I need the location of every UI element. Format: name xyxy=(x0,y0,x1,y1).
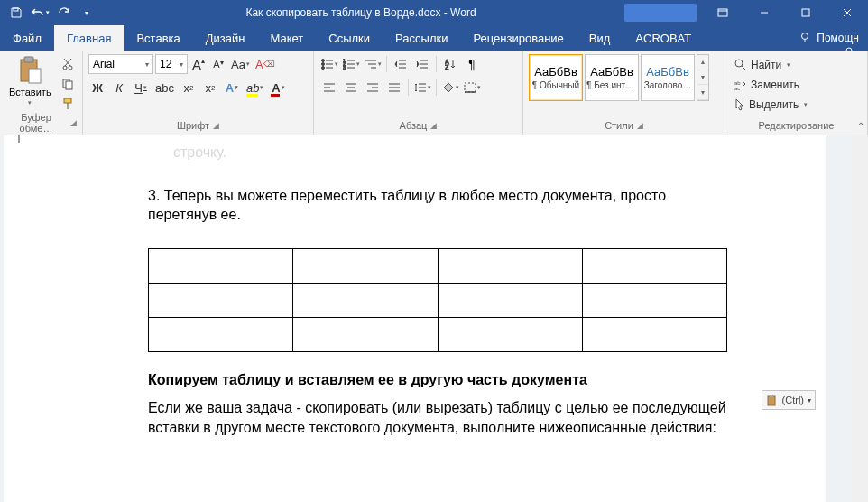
clear-formatting-button[interactable]: A⌫ xyxy=(254,54,277,74)
font-color-button[interactable]: А▾ xyxy=(269,78,287,98)
svg-text:ac: ac xyxy=(734,86,740,90)
ruler-tick xyxy=(18,135,20,143)
shrink-font-button[interactable]: A▾ xyxy=(209,54,227,74)
increase-indent-button[interactable] xyxy=(412,54,432,74)
justify-button[interactable] xyxy=(384,78,404,98)
styles-more[interactable]: ▾ xyxy=(697,85,708,100)
highlight-button[interactable]: ab▾ xyxy=(245,78,265,98)
tab-design[interactable]: Дизайн xyxy=(193,25,258,51)
tab-file[interactable]: Файл xyxy=(0,25,54,51)
svg-point-23 xyxy=(321,63,324,66)
ribbon-display-button[interactable] xyxy=(702,0,743,25)
superscript-button[interactable]: x2 xyxy=(201,78,219,98)
title-bar: ▾ ▾ Как скопировать таблицу в Ворде.docx… xyxy=(0,0,868,25)
search-icon xyxy=(734,59,747,71)
window-title: Как скопировать таблицу в Ворде.docx - W… xyxy=(97,6,624,19)
cut-button[interactable] xyxy=(59,56,77,72)
format-painter-button[interactable] xyxy=(59,96,77,112)
svg-rect-65 xyxy=(768,396,775,405)
group-font-label: Шрифт xyxy=(177,120,209,131)
qat-customize[interactable]: ▾ xyxy=(76,2,97,23)
svg-rect-66 xyxy=(770,395,773,397)
document-table[interactable] xyxy=(148,248,727,352)
chevron-down-icon[interactable]: ▾ xyxy=(145,60,149,69)
line-spacing-button[interactable]: ▾ xyxy=(412,78,432,98)
align-left-button[interactable] xyxy=(319,78,339,98)
document-area: строчку. 3. Теперь вы можете переместить… xyxy=(0,135,868,502)
svg-line-15 xyxy=(65,59,71,66)
svg-point-14 xyxy=(69,66,72,70)
style-normal[interactable]: АаБбВв¶ Обычный xyxy=(529,54,583,101)
style-heading1[interactable]: АаБбВвЗаголово… xyxy=(641,54,695,101)
sort-button[interactable]: AZ xyxy=(440,54,460,74)
svg-rect-19 xyxy=(64,98,71,103)
tab-acrobat[interactable]: ACROBAT xyxy=(623,25,704,51)
svg-point-13 xyxy=(63,66,67,70)
svg-line-62 xyxy=(742,66,745,70)
select-button[interactable]: Выделить▾ xyxy=(731,96,862,114)
tab-references[interactable]: Ссылки xyxy=(316,25,383,51)
multilevel-list-button[interactable]: ▾ xyxy=(363,54,383,74)
svg-point-61 xyxy=(735,60,743,67)
chevron-down-icon[interactable]: ▾ xyxy=(180,60,183,69)
copy-button[interactable] xyxy=(59,76,77,92)
strikethrough-button[interactable]: abc xyxy=(153,78,176,98)
collapse-ribbon-button[interactable]: ⌃ xyxy=(857,121,864,131)
borders-button[interactable]: ▾ xyxy=(462,78,482,98)
paragraph-launcher[interactable]: ◢ xyxy=(430,121,437,130)
font-name-combo[interactable]: Arial▾ xyxy=(88,54,153,74)
group-paragraph-label: Абзац xyxy=(400,120,428,131)
change-case-button[interactable]: Aa▾ xyxy=(229,54,252,74)
style-no-spacing[interactable]: АаБбВв¶ Без инте… xyxy=(585,54,639,101)
bullets-button[interactable]: ▾ xyxy=(319,54,339,74)
account-area[interactable] xyxy=(624,4,697,22)
replace-icon: abac xyxy=(734,79,747,90)
tab-mailings[interactable]: Рассылки xyxy=(383,25,460,51)
numbering-button[interactable]: 123▾ xyxy=(341,54,361,74)
styles-down[interactable]: ▾ xyxy=(697,70,708,86)
redo-button[interactable] xyxy=(52,2,74,23)
tab-layout[interactable]: Макет xyxy=(257,25,316,51)
bold-button[interactable]: Ж xyxy=(88,78,106,98)
italic-button[interactable]: К xyxy=(110,78,128,98)
group-styles-label: Стили xyxy=(605,120,633,131)
group-paragraph: ▾ 123▾ ▾ AZ ¶ ▾ ▾ ▾ Абза xyxy=(314,51,523,135)
styles-launcher[interactable]: ◢ xyxy=(637,121,643,130)
replace-button[interactable]: abacЗаменить xyxy=(731,76,862,94)
find-button[interactable]: Найти▾ xyxy=(731,56,862,74)
vertical-scrollbar[interactable] xyxy=(852,135,868,502)
text-cutoff: строчку. xyxy=(148,143,727,163)
page[interactable]: строчку. 3. Теперь вы можете переместить… xyxy=(4,135,826,502)
paste-options-button[interactable]: (Ctrl) ▾ xyxy=(762,390,816,410)
ribbon: Вставить ▾ Буфер обме…◢ Arial▾ 12▾ A▴ A▾… xyxy=(0,51,868,135)
maximize-button[interactable] xyxy=(785,0,826,25)
section-heading: Копируем таблицу и вставляем ее в другую… xyxy=(148,370,727,390)
font-size-combo[interactable]: 12▾ xyxy=(155,54,188,74)
minimize-button[interactable] xyxy=(743,0,785,25)
show-marks-button[interactable]: ¶ xyxy=(462,54,482,74)
text-effects-button[interactable]: A▾ xyxy=(223,78,241,98)
align-center-button[interactable] xyxy=(341,78,361,98)
tell-me[interactable]: Помощн xyxy=(799,25,868,51)
group-styles: АаБбВв¶ Обычный АаБбВв¶ Без инте… АаБбВв… xyxy=(523,51,725,135)
paste-button[interactable]: Вставить ▾ xyxy=(5,54,55,112)
shading-button[interactable]: ▾ xyxy=(440,78,460,98)
group-clipboard-label: Буфер обме… xyxy=(5,112,67,134)
close-button[interactable] xyxy=(826,0,868,25)
font-launcher[interactable]: ◢ xyxy=(213,121,219,130)
document-content[interactable]: строчку. 3. Теперь вы можете переместить… xyxy=(148,143,727,442)
grow-font-button[interactable]: A▴ xyxy=(189,54,208,74)
tab-home[interactable]: Главная xyxy=(54,25,124,51)
tab-review[interactable]: Рецензирование xyxy=(460,25,576,51)
window-controls xyxy=(702,0,868,25)
tab-insert[interactable]: Вставка xyxy=(124,25,192,51)
decrease-indent-button[interactable] xyxy=(391,54,411,74)
clipboard-launcher[interactable]: ◢ xyxy=(70,118,77,127)
tab-view[interactable]: Вид xyxy=(577,25,623,51)
align-right-button[interactable] xyxy=(363,78,383,98)
subscript-button[interactable]: x2 xyxy=(180,78,198,98)
styles-up[interactable]: ▴ xyxy=(697,55,708,70)
undo-button[interactable]: ▾ xyxy=(29,2,51,23)
underline-button[interactable]: Ч▾ xyxy=(132,78,150,98)
save-button[interactable] xyxy=(5,2,27,23)
